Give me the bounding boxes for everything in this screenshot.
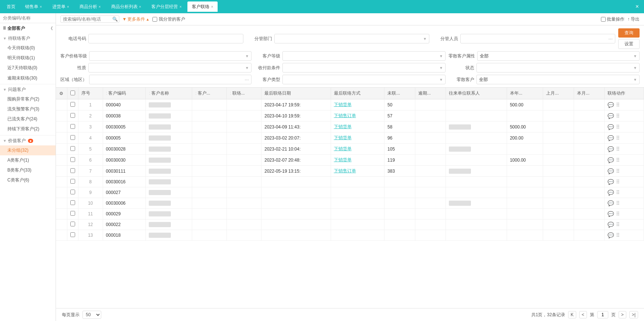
problem-customer-section[interactable]: ▼ 问题客户: [0, 85, 56, 94]
last-method-link[interactable]: 下销售订单: [334, 168, 356, 173]
row-checkbox-cell[interactable]: [67, 121, 78, 133]
action-chat-icon[interactable]: 💬: [608, 135, 614, 141]
select-all-checkbox[interactable]: [70, 91, 75, 95]
row-checkbox-cell[interactable]: [67, 133, 78, 144]
col-checkbox-all[interactable]: [67, 88, 78, 99]
row-last-method[interactable]: [331, 198, 384, 209]
row-checkbox-cell[interactable]: [67, 155, 78, 166]
sidebar-item-b-type[interactable]: B类客户(33): [0, 165, 56, 175]
sidebar-item-today[interactable]: 今天待联络(0): [0, 43, 56, 53]
action-chat-icon[interactable]: 💬: [608, 179, 614, 185]
row-checkbox[interactable]: [70, 157, 75, 162]
action-chat-icon[interactable]: 💬: [608, 168, 614, 174]
nav-tab-customer-contact[interactable]: 客户联络 ×: [187, 1, 218, 12]
filter-level-select[interactable]: ▼: [282, 51, 446, 61]
row-checkbox-cell[interactable]: [67, 230, 78, 241]
action-chat-icon[interactable]: 💬: [608, 211, 614, 217]
col-name[interactable]: :客户名称: [146, 88, 192, 99]
filter-region-select[interactable]: ···: [89, 75, 251, 84]
export-btn[interactable]: ↑ 导出: [627, 16, 640, 22]
nav-tab-purchase[interactable]: 进货单 ×: [48, 1, 74, 12]
filter-payment-select[interactable]: ▼: [282, 63, 446, 73]
row-last-method[interactable]: 下销货单: [331, 121, 384, 133]
filter-nature-select[interactable]: ▼: [88, 63, 251, 73]
row-last-method[interactable]: 下销售订单: [331, 166, 384, 177]
close-purchase-tab[interactable]: ×: [67, 5, 69, 9]
nav-tab-customer-segment[interactable]: 客户分层经营 ×: [147, 1, 186, 12]
row-checkbox[interactable]: [70, 190, 75, 194]
action-chat-icon[interactable]: 💬: [608, 157, 614, 163]
nav-tab-analysis-list[interactable]: 商品分析列表 ×: [107, 1, 146, 12]
filter-price-select[interactable]: ▼: [89, 51, 251, 61]
row-checkbox[interactable]: [70, 124, 75, 129]
col-last-date[interactable]: 最后联络日期: [261, 88, 331, 99]
first-page-btn[interactable]: K: [568, 311, 576, 318]
query-btn[interactable]: 查询: [618, 28, 640, 38]
action-chat-icon[interactable]: 💬: [608, 200, 614, 206]
row-checkbox[interactable]: [70, 211, 75, 216]
my-customers-checkbox[interactable]: 我分管的客户: [152, 16, 185, 22]
nav-close-btn[interactable]: ×: [633, 3, 641, 10]
action-more-icon[interactable]: ⠿: [616, 190, 620, 195]
action-more-icon[interactable]: ⠿: [616, 211, 620, 217]
action-more-icon[interactable]: ⠿: [616, 200, 620, 206]
row-last-method[interactable]: [331, 187, 384, 198]
filter-status-select[interactable]: ▼: [476, 63, 640, 73]
batch-ops-check[interactable]: [601, 17, 606, 22]
row-last-method[interactable]: [331, 209, 384, 219]
sidebar-item-declining[interactable]: 持续下滑客户(2): [0, 124, 56, 134]
last-method-link[interactable]: 下销货单: [334, 157, 352, 162]
value-customer-section[interactable]: ▼ 价值客户 ●: [0, 136, 56, 145]
page-size-select[interactable]: 50 100 200: [82, 311, 101, 319]
sidebar-item-ungroup[interactable]: 未分组(32): [0, 145, 56, 155]
row-checkbox-cell[interactable]: [67, 219, 78, 230]
filter-retail-select[interactable]: 全部 ▼: [476, 75, 640, 84]
row-last-method[interactable]: [331, 177, 384, 187]
row-last-method[interactable]: 下销货单: [331, 99, 384, 110]
action-more-icon[interactable]: ⠿: [616, 113, 620, 119]
action-chat-icon[interactable]: 💬: [608, 102, 614, 108]
row-checkbox[interactable]: [70, 232, 75, 237]
manager-dots[interactable]: ···: [608, 36, 613, 42]
action-more-icon[interactable]: ⠿: [616, 124, 620, 130]
filter-dept-select[interactable]: ▼: [274, 34, 429, 43]
filter-search-input[interactable]: [63, 17, 111, 22]
row-checkbox[interactable]: [70, 200, 75, 205]
action-more-icon[interactable]: ⠿: [616, 135, 620, 141]
filter-type-select[interactable]: ▼: [282, 75, 446, 84]
action-more-icon[interactable]: ⠿: [616, 222, 620, 227]
row-checkbox[interactable]: [70, 135, 75, 140]
action-more-icon[interactable]: ⠿: [616, 232, 620, 238]
row-last-method[interactable]: 下销货单: [331, 133, 384, 144]
row-checkbox[interactable]: [70, 102, 75, 107]
row-checkbox-cell[interactable]: [67, 198, 78, 209]
action-chat-icon[interactable]: 💬: [608, 113, 614, 119]
last-method-link[interactable]: 下销售订单: [334, 113, 356, 118]
close-segment-tab[interactable]: ×: [179, 5, 182, 9]
action-chat-icon[interactable]: 💬: [608, 124, 614, 130]
my-customers-check[interactable]: [152, 17, 157, 22]
sidebar-collapse-btn[interactable]: 《: [49, 26, 53, 31]
row-checkbox-cell[interactable]: [67, 110, 78, 121]
sidebar-item-churn-warning[interactable]: 流失预警客户(3): [0, 104, 56, 114]
last-method-link[interactable]: 下销货单: [334, 102, 352, 107]
all-customers-title[interactable]: ⠿ 全部客户 《: [0, 23, 56, 34]
row-checkbox[interactable]: [70, 113, 75, 118]
batch-ops-btn[interactable]: 批量操作: [601, 16, 624, 22]
action-more-icon[interactable]: ⠿: [616, 157, 620, 163]
action-more-icon[interactable]: ⠿: [616, 102, 620, 108]
filter-phone-input[interactable]: [88, 34, 243, 43]
row-last-method[interactable]: 下销售订单: [331, 110, 384, 121]
sidebar-search-input[interactable]: [3, 15, 56, 21]
action-more-icon[interactable]: ⠿: [616, 146, 620, 152]
filter-retail-attr-select[interactable]: 全部 ▼: [477, 51, 640, 61]
row-checkbox-cell[interactable]: [67, 166, 78, 177]
pending-contact-section[interactable]: ▼ 待联络客户: [0, 34, 56, 43]
sidebar-item-churned[interactable]: 已流失客户(24): [0, 114, 56, 124]
next-page-btn[interactable]: >: [619, 311, 626, 318]
close-analysis-list-tab[interactable]: ×: [139, 5, 141, 9]
action-chat-icon[interactable]: 💬: [608, 222, 614, 227]
page-input[interactable]: [597, 311, 608, 318]
col-code[interactable]: :客户编码: [103, 88, 146, 99]
close-contact-tab[interactable]: ×: [211, 5, 213, 9]
